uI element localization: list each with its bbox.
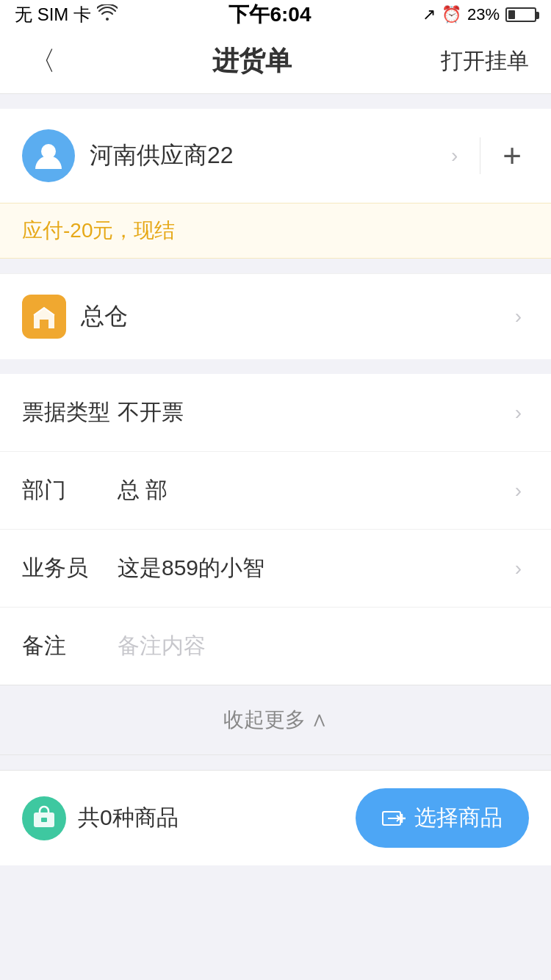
- invoice-value: 不开票: [118, 397, 515, 428]
- supplier-name: 河南供应商22: [90, 140, 451, 172]
- status-bar: 无 SIM 卡 下午6:04 ↗ ⏰ 23%: [0, 0, 551, 29]
- product-count-area: 共0种商品: [22, 796, 179, 840]
- status-right: ↗ ⏰ 23%: [422, 5, 536, 24]
- open-pending-button[interactable]: 打开挂单: [441, 46, 529, 76]
- battery-icon: [505, 7, 536, 22]
- form-section: 票据类型 不开票 › 部门 总 部 › 业务员 这是859的小智 › 备注 备注…: [0, 374, 551, 685]
- warehouse-card: 总仓 ›: [0, 273, 551, 359]
- bottom-bar: 共0种商品 选择商品: [0, 770, 551, 865]
- notice-banner: 应付-20元，现结: [0, 203, 551, 259]
- staff-chevron-icon: ›: [515, 557, 522, 580]
- supplier-divider: [480, 137, 480, 174]
- department-label: 部门: [22, 475, 118, 505]
- svg-rect-3: [41, 818, 47, 822]
- remark-label: 备注: [22, 631, 118, 661]
- select-product-label: 选择商品: [414, 803, 503, 833]
- svg-rect-1: [40, 320, 48, 328]
- warehouse-row[interactable]: 总仓 ›: [0, 273, 551, 359]
- location-icon: ↗: [422, 5, 436, 24]
- section-gap-2: [0, 259, 551, 273]
- alarm-icon: ⏰: [442, 5, 461, 24]
- warehouse-name: 总仓: [81, 300, 515, 333]
- carrier-text: 无 SIM 卡: [15, 3, 91, 26]
- staff-label: 业务员: [22, 553, 118, 583]
- back-button[interactable]: 〈: [22, 36, 63, 87]
- product-count-text: 共0种商品: [78, 803, 179, 833]
- battery-text: 23%: [467, 5, 500, 24]
- department-row[interactable]: 部门 总 部 ›: [0, 452, 551, 530]
- staff-value: 这是859的小智: [118, 553, 515, 583]
- supplier-card: 河南供应商22 › + 应付-20元，现结: [0, 109, 551, 259]
- supplier-row[interactable]: 河南供应商22 › +: [0, 109, 551, 203]
- invoice-row[interactable]: 票据类型 不开票 ›: [0, 374, 551, 452]
- wifi-icon: [97, 4, 118, 25]
- select-product-button[interactable]: 选择商品: [356, 788, 529, 848]
- status-time: 下午6:04: [228, 1, 311, 29]
- page-title: 进货单: [212, 43, 292, 79]
- remark-row[interactable]: 备注 备注内容: [0, 608, 551, 685]
- nav-bar: 〈 进货单 打开挂单: [0, 29, 551, 94]
- department-value: 总 部: [118, 475, 515, 505]
- collapse-button[interactable]: 收起更多 ∧: [0, 685, 551, 755]
- warehouse-chevron-icon: ›: [515, 305, 522, 328]
- invoice-label: 票据类型: [22, 397, 118, 428]
- notice-text: 应付-20元，现结: [22, 219, 175, 242]
- supplier-chevron-icon: ›: [451, 144, 458, 167]
- collapse-text: 收起更多 ∧: [223, 708, 328, 731]
- department-chevron-icon: ›: [515, 479, 522, 502]
- remark-input[interactable]: 备注内容: [118, 631, 529, 661]
- section-gap-1: [0, 94, 551, 109]
- add-supplier-button[interactable]: +: [495, 137, 529, 174]
- staff-row[interactable]: 业务员 这是859的小智 ›: [0, 530, 551, 608]
- invoice-chevron-icon: ›: [515, 401, 522, 425]
- supplier-avatar: [22, 129, 75, 182]
- warehouse-icon: [22, 295, 66, 339]
- status-left: 无 SIM 卡: [15, 3, 118, 26]
- product-icon: [22, 796, 66, 840]
